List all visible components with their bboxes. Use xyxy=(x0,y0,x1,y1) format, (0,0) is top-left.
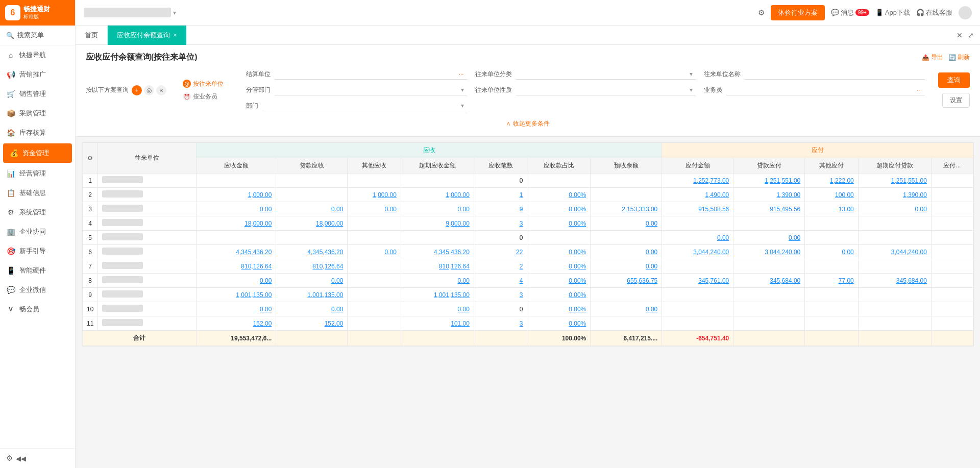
row-ar-amount[interactable]: 152.00 xyxy=(197,316,276,331)
row-ar-ratio[interactable]: 0.00% xyxy=(527,188,591,202)
sidebar-item-operation[interactable]: 📊 经营管理 xyxy=(0,164,75,183)
partner-category-input[interactable]: ▾ xyxy=(516,69,696,80)
row-ap-amount[interactable]: 0.00 xyxy=(662,231,733,245)
row-ar-ratio[interactable]: 0.00% xyxy=(527,302,591,316)
sidebar-item-inventory[interactable]: 🏠 库存核算 xyxy=(0,123,75,142)
row-ap-other[interactable]: 13.00 xyxy=(805,202,859,216)
row-ar-overdue[interactable]: 810,126.64 xyxy=(401,259,474,274)
row-ap-amount[interactable]: 3,044,240.00 xyxy=(662,245,733,259)
row-ap-other[interactable]: 100.00 xyxy=(805,188,859,202)
row-ap-overdue[interactable]: 3,044,240.00 xyxy=(858,245,931,259)
row-ap-other[interactable]: 0.00 xyxy=(805,245,859,259)
row-ar-amount[interactable]: 810,126.64 xyxy=(197,259,276,274)
row-ap-amount[interactable]: 915,508.56 xyxy=(662,202,733,216)
table-settings-icon[interactable]: ⚙ xyxy=(87,155,93,162)
sidebar-item-enterprise[interactable]: 🏢 企业协同 xyxy=(0,222,75,241)
user-profile[interactable]: R xyxy=(959,6,972,19)
row-ar-ratio[interactable]: 0.00% xyxy=(527,259,591,274)
row-ar-count[interactable]: 1 xyxy=(474,188,527,202)
scheme-settings-button[interactable]: ◎ xyxy=(144,85,154,95)
row-ap-loan[interactable]: 1,251,551.00 xyxy=(733,174,805,188)
row-ar-loan[interactable]: 0.00 xyxy=(276,274,348,288)
row-ar-count[interactable]: 3 xyxy=(474,288,527,302)
row-ar-overdue[interactable]: 0.00 xyxy=(401,202,474,216)
row-ar-count[interactable]: 3 xyxy=(474,316,527,331)
row-ar-prepay[interactable]: 0.00 xyxy=(591,302,662,316)
row-ar-amount[interactable]: 4,345,436.20 xyxy=(197,245,276,259)
settlement-unit-input[interactable]: ··· xyxy=(275,69,467,80)
refresh-button[interactable]: 🔄 刷新 xyxy=(948,53,970,62)
row-ap-loan[interactable]: 915,495.56 xyxy=(733,202,805,216)
row-ar-overdue[interactable]: 1,000.00 xyxy=(401,188,474,202)
sidebar-item-wechat[interactable]: 💬 企业微信 xyxy=(0,280,75,300)
row-ar-amount[interactable]: 0.00 xyxy=(197,302,276,316)
search-menu[interactable]: 🔍 搜索菜单 xyxy=(0,26,75,45)
row-ar-loan[interactable]: 18,000.00 xyxy=(276,216,348,231)
sidebar-item-member[interactable]: V 畅会员 xyxy=(0,300,75,319)
department-input[interactable]: ▾ xyxy=(275,85,467,95)
row-ar-loan[interactable]: 0.00 xyxy=(276,202,348,216)
sidebar-item-basic[interactable]: 📋 基础信息 xyxy=(0,183,75,203)
row-ar-prepay[interactable]: 2,153,333.00 xyxy=(591,202,662,216)
industry-solution-button[interactable]: 体验行业方案 xyxy=(771,5,825,20)
footer-settings-icon[interactable]: ⚙ xyxy=(6,454,13,463)
row-ar-ratio[interactable]: 0.00% xyxy=(527,316,591,331)
sidebar-item-quick-nav[interactable]: ⌂ 快捷导航 xyxy=(0,45,75,65)
tab-ar-query[interactable]: 应收应付余额查询 × xyxy=(108,26,186,45)
row-ap-overdue[interactable]: 1,390.00 xyxy=(858,188,931,202)
row-ar-count[interactable]: 4 xyxy=(474,274,527,288)
message-button[interactable]: 💬 消息 99+ xyxy=(831,8,869,17)
scheme-by-staff[interactable]: ⏰ 按业务员 xyxy=(179,90,228,103)
sidebar-item-guide[interactable]: 🎯 新手引导 xyxy=(0,241,75,261)
row-ar-loan[interactable]: 0.00 xyxy=(276,302,348,316)
filter-settings-button[interactable]: 设置 xyxy=(942,93,970,108)
row-ar-prepay[interactable]: 0.00 xyxy=(591,245,662,259)
sidebar-item-sales[interactable]: 🛒 销售管理 xyxy=(0,84,75,104)
collapse-bar[interactable]: ∧ 收起更多条件 xyxy=(86,116,970,131)
query-button[interactable]: 查询 xyxy=(938,72,970,88)
row-ar-amount[interactable]: 0.00 xyxy=(197,274,276,288)
add-scheme-button[interactable]: + xyxy=(132,85,142,95)
partner-nature-input[interactable]: ▾ xyxy=(516,85,696,95)
sidebar-item-system[interactable]: ⚙ 系统管理 xyxy=(0,203,75,222)
row-ar-amount[interactable]: 18,000.00 xyxy=(197,216,276,231)
partner-name-input[interactable] xyxy=(745,69,925,80)
row-ap-loan[interactable]: 345,684.00 xyxy=(733,274,805,288)
row-ar-ratio[interactable]: 0.00% xyxy=(527,288,591,302)
row-ap-loan[interactable]: 1,390.00 xyxy=(733,188,805,202)
row-ap-loan[interactable]: 3,044,240.00 xyxy=(733,245,805,259)
row-ar-count[interactable]: 3 xyxy=(474,216,527,231)
scheme-by-customer[interactable]: @ 按往来单位 xyxy=(179,78,228,90)
row-ar-overdue[interactable]: 0.00 xyxy=(401,274,474,288)
sidebar-item-marketing[interactable]: 📢 营销推广 xyxy=(0,65,75,84)
breadcrumb-chevron[interactable]: ▾ xyxy=(173,9,176,16)
row-ar-prepay[interactable]: 0.00 xyxy=(591,216,662,231)
row-ar-overdue[interactable]: 0.00 xyxy=(401,302,474,316)
tab-home[interactable]: 首页 xyxy=(76,26,108,45)
row-ar-amount[interactable]: 1,001,135.00 xyxy=(197,288,276,302)
row-ar-loan[interactable]: 4,345,436.20 xyxy=(276,245,348,259)
row-ar-loan[interactable]: 1,001,135.00 xyxy=(276,288,348,302)
row-ap-amount[interactable]: 1,490.00 xyxy=(662,188,733,202)
row-ap-amount[interactable]: 345,761.00 xyxy=(662,274,733,288)
row-ar-overdue[interactable]: 101.00 xyxy=(401,316,474,331)
row-ap-overdue[interactable]: 0.00 xyxy=(858,202,931,216)
row-ap-loan[interactable]: 0.00 xyxy=(733,231,805,245)
footer-collapse-icon[interactable]: ◀◀ xyxy=(16,455,26,462)
salesperson-input[interactable]: ··· xyxy=(726,85,925,95)
row-ap-amount[interactable]: 1,252,773.00 xyxy=(662,174,733,188)
row-ar-loan[interactable]: 810,126.64 xyxy=(276,259,348,274)
row-ar-amount[interactable]: 1,000.00 xyxy=(197,188,276,202)
row-ar-prepay[interactable]: 655,636.75 xyxy=(591,274,662,288)
row-ar-count[interactable]: 22 xyxy=(474,245,527,259)
app-download-button[interactable]: 📱 App下载 xyxy=(875,8,910,17)
scheme-collapse-button[interactable]: « xyxy=(156,85,166,95)
row-ar-ratio[interactable]: 0.00% xyxy=(527,216,591,231)
row-ar-count[interactable]: 2 xyxy=(474,259,527,274)
sidebar-item-capital[interactable]: 💰 资金管理 xyxy=(3,143,72,163)
row-ap-overdue[interactable]: 1,251,551.00 xyxy=(858,174,931,188)
row-ar-overdue[interactable]: 4,345,436.20 xyxy=(401,245,474,259)
row-ar-other[interactable]: 1,000.00 xyxy=(348,188,401,202)
row-ar-prepay[interactable]: 0.00 xyxy=(591,259,662,274)
window-close-icon[interactable]: ✕ xyxy=(957,31,963,39)
